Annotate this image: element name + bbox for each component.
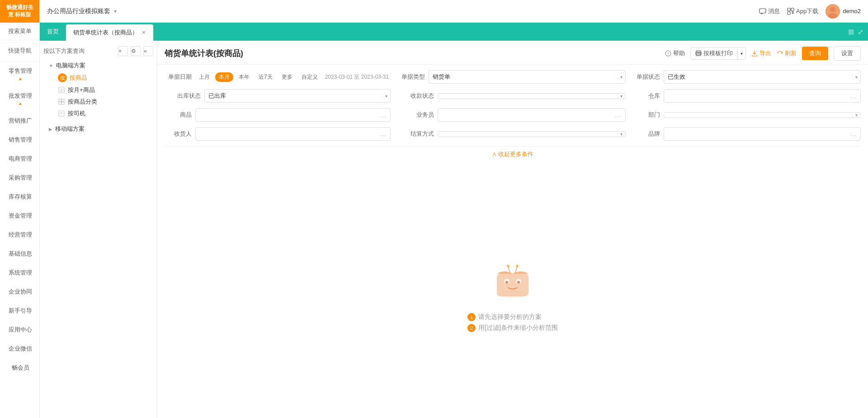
tab-close-icon[interactable]: ✕ bbox=[142, 30, 146, 35]
print-button[interactable]: 按模板打印 ▾ bbox=[690, 47, 746, 60]
date-tab-this-year[interactable]: 本年 bbox=[235, 72, 253, 82]
sidebar-item-marketing[interactable]: 营销推广 bbox=[0, 111, 39, 130]
sidebar-item-basic[interactable]: 基础信息 bbox=[0, 244, 39, 263]
export-button[interactable]: 导出 bbox=[751, 49, 771, 57]
settlement-dropdown[interactable]: ▾ bbox=[617, 132, 625, 137]
tree-child-by-category[interactable]: 按商品分类 bbox=[47, 96, 153, 108]
goods-input-wrapper[interactable]: … bbox=[195, 108, 391, 122]
warehouse-status-value: 已出库 bbox=[205, 90, 382, 102]
sidebar-item-newbie[interactable]: 新手引导 bbox=[0, 301, 39, 320]
receiver-input-wrapper[interactable]: … bbox=[195, 127, 391, 141]
app-download-button[interactable]: App下载 bbox=[787, 7, 818, 15]
add-scheme-button[interactable]: + bbox=[118, 46, 128, 56]
svg-rect-2 bbox=[791, 8, 794, 11]
sidebar-item-inventory[interactable]: 库存核算 bbox=[0, 187, 39, 206]
collapse-filters-button[interactable]: ∧ 收起更多条件 bbox=[165, 146, 861, 162]
sidebar-item-member[interactable]: 畅会员 bbox=[0, 358, 39, 377]
app-download-label: App下载 bbox=[796, 7, 818, 15]
sidebar-item-system[interactable]: 系统管理 bbox=[0, 263, 39, 282]
left-filter-panel: 按以下方案查询 + ⚙ « ▼ 电脑端方案 按 按商品 bbox=[40, 41, 157, 418]
type-dropdown-icon[interactable]: ▾ bbox=[617, 75, 625, 80]
refresh-button[interactable]: 刷新 bbox=[777, 49, 797, 57]
warehouse-input-wrapper[interactable]: … bbox=[664, 89, 861, 103]
department-dropdown[interactable]: ▾ bbox=[852, 113, 860, 118]
sidebar-item-quicknav[interactable]: 快捷导航 bbox=[0, 40, 39, 62]
payment-status-dropdown[interactable]: ▾ bbox=[617, 94, 625, 99]
industry-dropdown-icon[interactable]: ▾ bbox=[114, 8, 117, 14]
settlement-select[interactable]: ▾ bbox=[438, 131, 626, 137]
messages-icon bbox=[759, 8, 766, 15]
goods-dots[interactable]: … bbox=[379, 111, 387, 119]
sidebar-item-collab[interactable]: 企业协同 bbox=[0, 282, 39, 301]
type-select[interactable]: 销货单 ▾ bbox=[429, 70, 626, 84]
user-menu[interactable]: demo2 bbox=[826, 4, 861, 19]
receiver-label: 收货人 bbox=[165, 130, 192, 138]
collapse-filters-label: ∧ 收起更多条件 bbox=[492, 150, 534, 158]
department-filter: 部门 ▾ bbox=[633, 111, 861, 119]
tree-mobile-parent[interactable]: ▶ 移动端方案 bbox=[47, 123, 153, 135]
messages-button[interactable]: 消息 bbox=[759, 7, 780, 15]
sidebar-item-wholesale[interactable]: 批发管理 ▲ bbox=[0, 86, 39, 111]
sidebar-item-purchase[interactable]: 采购管理 bbox=[0, 168, 39, 187]
date-tab-more[interactable]: 更多 bbox=[278, 72, 296, 82]
sidebar-newbie-label: 新手引导 bbox=[9, 307, 32, 314]
svg-rect-10 bbox=[59, 102, 61, 105]
empty-tip-2-text: 用[过滤]条件来缩小分析范围 bbox=[478, 324, 558, 332]
tree-child-icon-category bbox=[58, 98, 65, 105]
warehouse-dots[interactable]: … bbox=[849, 92, 857, 100]
tree-desktop-parent[interactable]: ▼ 电脑端方案 bbox=[47, 60, 153, 71]
receiver-dots[interactable]: … bbox=[379, 130, 387, 138]
collapse-panel-button[interactable]: « bbox=[143, 46, 153, 56]
status-dropdown-icon[interactable]: ▾ bbox=[852, 75, 860, 80]
settings-scheme-button[interactable]: ⚙ bbox=[131, 46, 141, 56]
help-button[interactable]: ? 帮助 bbox=[665, 49, 685, 57]
brand-input-wrapper[interactable]: … bbox=[664, 127, 861, 141]
payment-status-label: 收款状态 bbox=[398, 92, 434, 100]
department-select[interactable]: ▾ bbox=[664, 112, 861, 118]
sidebar-item-operation[interactable]: 经营管理 bbox=[0, 225, 39, 244]
date-tab-custom[interactable]: 自定义 bbox=[298, 72, 321, 82]
page-title: 销货单统计表(按商品) bbox=[165, 48, 243, 59]
query-button[interactable]: 查询 bbox=[802, 47, 828, 60]
date-tab-this-month[interactable]: 本月 bbox=[215, 72, 233, 82]
wholesale-arrow-icon: ▲ bbox=[18, 101, 23, 106]
warehouse-status-dropdown[interactable]: ▾ bbox=[382, 94, 390, 99]
status-select[interactable]: 已生效 ▾ bbox=[664, 70, 861, 84]
payment-status-select[interactable]: ▾ bbox=[438, 93, 626, 99]
brand-dots[interactable]: … bbox=[849, 130, 857, 138]
sidebar-item-apps[interactable]: 应用中心 bbox=[0, 320, 39, 339]
svg-rect-3 bbox=[788, 12, 790, 14]
sidebar-item-retail[interactable]: 零售管理 ▲ bbox=[0, 62, 39, 86]
salesperson-label: 业务员 bbox=[398, 111, 434, 119]
sidebar-item-sales[interactable]: 销售管理 bbox=[0, 130, 39, 149]
date-range-text: 2023-03-01 至 2023-03-31 bbox=[325, 73, 389, 81]
empty-num-2: 2 bbox=[467, 324, 476, 332]
tree-child-by-month-goods[interactable]: 按月+商品 bbox=[47, 84, 153, 96]
tab-active[interactable]: 销货单统计表（按商品） ✕ bbox=[66, 24, 153, 41]
settings-button[interactable]: 设置 bbox=[834, 46, 861, 61]
warehouse-filter: 仓库 … bbox=[633, 89, 861, 103]
tree-child-by-driver[interactable]: 按司机 bbox=[47, 108, 153, 119]
date-tab-last-month[interactable]: 上月 bbox=[195, 72, 213, 82]
warehouse-status-select[interactable]: 已出库 ▾ bbox=[204, 89, 391, 103]
empty-state: 1 请先选择要分析的方案 2 用[过滤]条件来缩小分析范围 bbox=[157, 167, 868, 418]
tab-resize-icon[interactable]: ⊠ ⤢ bbox=[848, 28, 863, 36]
tree-child-by-goods[interactable]: 按 按商品 bbox=[47, 71, 153, 84]
print-dropdown-arrow[interactable]: ▾ bbox=[738, 49, 745, 58]
sidebar-item-ecommerce[interactable]: 电商管理 bbox=[0, 149, 39, 168]
sidebar-finance-label: 资金管理 bbox=[9, 212, 32, 219]
tab-window-close[interactable]: ⊠ bbox=[848, 28, 854, 36]
sidebar-item-finance[interactable]: 资金管理 bbox=[0, 206, 39, 225]
salesperson-dots[interactable]: … bbox=[614, 111, 622, 119]
date-tab-7days[interactable]: 近7天 bbox=[255, 72, 276, 82]
salesperson-input-wrapper[interactable]: … bbox=[438, 108, 626, 122]
warehouse-status-label: 出库状态 bbox=[165, 92, 201, 100]
sidebar-item-wechat[interactable]: 企业微信 bbox=[0, 339, 39, 358]
export-label: 导出 bbox=[760, 49, 771, 57]
sidebar-quicknav-label: 快捷导航 bbox=[0, 44, 39, 57]
settlement-filter: 结算方式 ▾ bbox=[398, 130, 626, 138]
avatar-image bbox=[826, 4, 840, 19]
sidebar-item-search[interactable]: 搜索菜单 bbox=[0, 23, 39, 40]
tab-window-expand[interactable]: ⤢ bbox=[858, 28, 863, 36]
tab-home[interactable]: 首页 bbox=[40, 23, 66, 41]
